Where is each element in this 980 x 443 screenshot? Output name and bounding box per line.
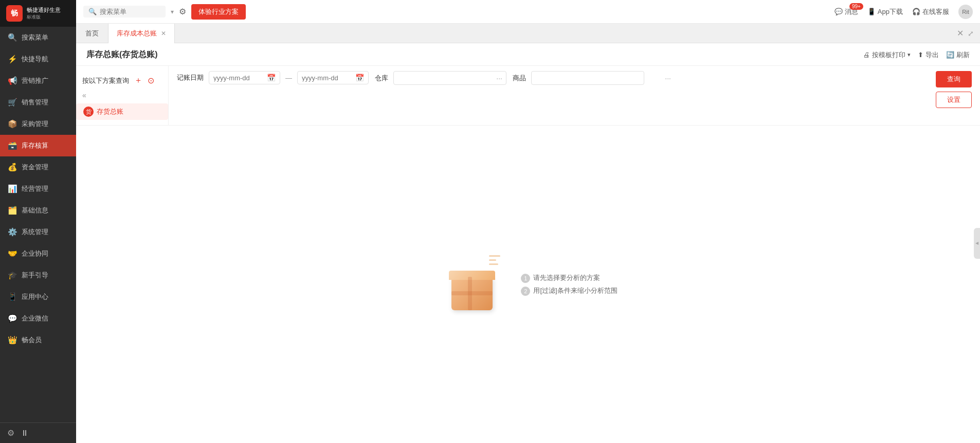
filter-collapse-icon[interactable]: « [82,91,86,99]
sidebar-item-basic[interactable]: 🗂️ 基础信息 [0,200,76,221]
sidebar-item-marketing[interactable]: 📢 营销推广 [0,70,76,92]
tab-close-panel-icon[interactable]: ✕ [957,28,964,38]
app-name-block: 畅捷通好生意 标准版 [27,6,61,21]
right-edge-handle[interactable] [974,228,980,259]
sidebar-item-operations[interactable]: 📊 经营管理 [0,178,76,200]
tab-inventory-ledger[interactable]: 库存成本总账 ✕ [108,24,175,43]
product-select-wrap [531,71,675,85]
sidebar-item-inventory[interactable]: 🗃️ 库存核算 [0,135,76,156]
tab-expand-icon[interactable]: ⤢ [968,29,974,38]
sidebar-item-label: 资金管理 [22,163,48,172]
filter-container: 按以下方案查询 ＋ ⊙ « 货 存货总账 记账日期 [76,66,980,125]
date-from-wrap: 📅 [209,71,280,84]
operations-icon: 📊 [7,184,17,194]
sidebar-item-label: 企业微信 [22,314,48,323]
main-area: 🔍 ▾ ⚙ 体验行业方案 💬 消息 99+ 📱 App下载 🎧 在线客服 Rit [76,0,980,443]
tab-active-label: 库存成本总账 [117,29,157,38]
sidebar-item-wechat[interactable]: 💬 企业微信 [0,308,76,329]
date-label: 记账日期 [177,73,204,82]
app-logo-icon: 畅 [6,5,23,22]
sidebar-logo: 畅 畅捷通好生意 标准版 [0,0,76,27]
sidebar-item-purchase[interactable]: 📦 采购管理 [0,113,76,135]
sidebar-item-newbie[interactable]: 🎓 新手引导 [0,264,76,286]
sidebar-item-label: 采购管理 [22,119,48,129]
calendar-to-icon[interactable]: 📅 [355,74,364,82]
sidebar-item-funds[interactable]: 💰 资金管理 [0,156,76,178]
filter-product-row: 商品 [513,71,675,85]
headset-icon: 🎧 [912,8,920,15]
filter-warehouse-row: 仓库 [375,71,506,85]
tab-home-label: 首页 [85,29,99,38]
sidebar-item-label: 经营管理 [22,184,48,193]
warehouse-label: 仓库 [375,74,388,83]
industry-btn[interactable]: 体验行业方案 [191,4,246,20]
scheme-item-label: 存货总账 [97,107,123,116]
sidebar-item-vip[interactable]: 👑 畅会员 [0,329,76,351]
search-input[interactable] [100,8,151,15]
tab-home[interactable]: 首页 [76,24,108,43]
page-title: 库存总账(存货总账) [86,49,158,60]
scheme-panel: 按以下方案查询 ＋ ⊙ « 货 存货总账 [76,66,169,125]
topbar-gear-icon[interactable]: ⚙ [179,7,186,16]
scheme-active-icon: 货 [83,107,94,117]
quick-nav-icon: ⚡ [7,54,17,64]
date-from-input[interactable] [213,74,265,82]
message-btn[interactable]: 💬 消息 99+ [834,7,858,16]
sidebar-item-system[interactable]: ⚙️ 系统管理 [0,221,76,243]
filter-action-btns: 查询 设置 [936,71,972,108]
tabbar: 首页 库存成本总账 ✕ ✕ ⤢ [76,24,980,43]
phone-icon: 📱 [867,8,876,15]
user-avatar[interactable]: Rit [958,5,973,19]
empty-state: 1 请先选择要分析的方案 2 用[过滤]条件来缩小分析范围 [76,126,980,443]
search-glass-icon: 🔍 [88,8,97,15]
online-service-label: 在线客服 [922,7,949,16]
refresh-icon: 🔄 [946,51,954,59]
page-header: 库存总账(存货总账) 🖨 按模板打印 ▾ ⬆ 导出 🔄 刷新 [76,43,980,66]
filter-settings-icon[interactable]: ⊙ [148,76,154,85]
filter-bar: 按以下方案查询 ＋ ⊙ « [76,71,168,103]
sidebar-item-quick-nav[interactable]: ⚡ 快捷导航 [0,48,76,70]
settings-btn[interactable]: 设置 [936,92,972,108]
online-service-btn[interactable]: 🎧 在线客服 [912,7,949,16]
calendar-from-icon[interactable]: 📅 [267,74,276,82]
export-icon: ⬆ [918,51,923,59]
empty-hints: 1 请先选择要分析的方案 2 用[过滤]条件来缩小分析范围 [521,270,617,299]
settings-footer-icon[interactable]: ⚙ [7,428,14,438]
tab-close-icon[interactable]: ✕ [161,30,166,37]
hint-2-text: 用[过滤]条件来缩小分析范围 [533,286,617,295]
print-btn[interactable]: 🖨 按模板打印 ▾ [863,50,911,60]
apps-icon: 📱 [7,292,17,302]
sidebar-item-sales[interactable]: 🛒 销售管理 [0,92,76,113]
filter-right: 记账日期 📅 — 📅 仓库 [169,66,980,125]
filter-scheme-label: 按以下方案查询 [82,76,129,85]
topbar-right: 💬 消息 99+ 📱 App下载 🎧 在线客服 Rit [834,5,973,19]
refresh-btn[interactable]: 🔄 刷新 [946,50,970,60]
inventory-icon: 🗃️ [7,140,17,151]
filter-add-icon[interactable]: ＋ [134,75,142,86]
empty-illustration [439,251,505,318]
app-download-btn[interactable]: 📱 App下载 [867,7,903,16]
sidebar-item-label: 新手引导 [22,271,48,280]
date-to-input[interactable] [302,74,353,82]
export-btn[interactable]: ⬆ 导出 [918,50,939,60]
sidebar-item-label: 系统管理 [22,227,48,237]
product-input[interactable] [531,71,644,85]
sidebar-item-label: 营销推广 [22,76,48,85]
sidebar-item-enterprise[interactable]: 🤝 企业协同 [0,243,76,264]
app-download-label: App下载 [878,7,903,16]
app-name: 畅捷通好生意 [27,6,61,14]
warehouse-input[interactable] [393,71,506,85]
date-to-wrap: 📅 [297,71,369,84]
funds-icon: 💰 [7,162,17,172]
page-header-actions: 🖨 按模板打印 ▾ ⬆ 导出 🔄 刷新 [863,50,970,60]
search-chevron-icon[interactable]: ▾ [171,8,174,15]
query-btn[interactable]: 查询 [936,71,972,87]
scheme-item-inventory-ledger[interactable]: 货 存货总账 [76,103,168,120]
sparkle-1 [489,255,500,257]
ribbon-h [451,291,493,295]
sidebar-item-apps[interactable]: 📱 应用中心 [0,286,76,308]
sidebar-item-label: 应用中心 [22,292,48,302]
sidebar-item-search[interactable]: 🔍 搜索菜单 [0,27,76,48]
collapse-icon[interactable]: ⏸ [21,429,29,438]
filter-date-row: 记账日期 📅 — 📅 [177,71,369,84]
